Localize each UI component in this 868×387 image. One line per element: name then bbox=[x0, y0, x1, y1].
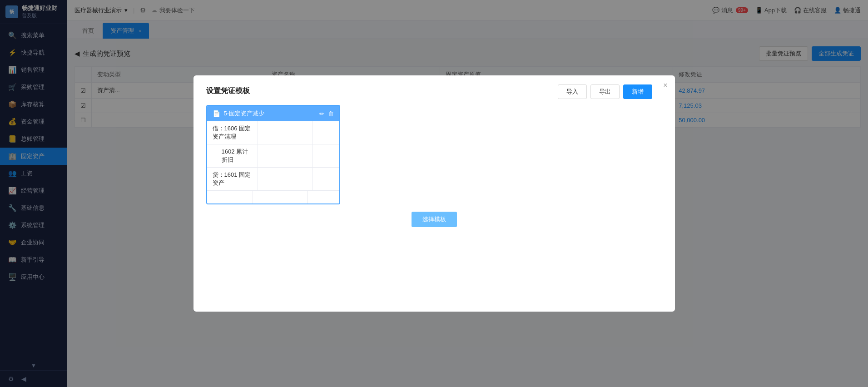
template-row3-col2 bbox=[258, 168, 285, 190]
template-card-icon: 📄 bbox=[213, 110, 220, 117]
new-btn[interactable]: 新增 bbox=[623, 84, 652, 99]
template-delete-icon[interactable]: 🗑 bbox=[328, 110, 334, 117]
template-row4-col3 bbox=[280, 191, 307, 203]
template-row2-col4 bbox=[312, 144, 339, 167]
template-row2-col2 bbox=[258, 144, 285, 167]
set-template-modal: 设置凭证模板 导入 导出 新增 × 📄 5-固定资产减少 ✏ 🗑 借：1606 … bbox=[193, 75, 675, 312]
modal-overlay: 设置凭证模板 导入 导出 新增 × 📄 5-固定资产减少 ✏ 🗑 借：1606 … bbox=[0, 0, 868, 387]
modal-title: 设置凭证模板 bbox=[206, 86, 250, 96]
template-row4-col4 bbox=[307, 191, 334, 203]
template-row-4 bbox=[207, 191, 339, 203]
modal-close-btn[interactable]: × bbox=[663, 82, 667, 89]
template-row-2: 1602 累计折旧 bbox=[207, 144, 339, 168]
export-btn[interactable]: 导出 bbox=[590, 84, 620, 99]
select-template-btn[interactable]: 选择模板 bbox=[412, 212, 457, 227]
template-row3-col3 bbox=[285, 168, 312, 190]
template-row1-label: 借：1606 固定资产清理 bbox=[207, 121, 258, 144]
template-row1-col2 bbox=[258, 121, 285, 144]
template-row-3: 贷：1601 固定资产 bbox=[207, 168, 339, 191]
import-btn[interactable]: 导入 bbox=[558, 84, 587, 99]
template-card-body: 借：1606 固定资产清理 1602 累计折旧 贷：1601 固定资产 bbox=[207, 121, 339, 203]
template-row2-col3 bbox=[285, 144, 312, 167]
template-edit-icon[interactable]: ✏ bbox=[319, 110, 324, 117]
template-card-actions: ✏ 🗑 bbox=[319, 110, 334, 117]
template-card-title: 5-固定资产减少 bbox=[224, 109, 316, 118]
template-card-header: 📄 5-固定资产减少 ✏ 🗑 bbox=[207, 106, 339, 121]
template-row4-col2 bbox=[253, 191, 280, 203]
template-row2-label: 1602 累计折旧 bbox=[207, 144, 258, 167]
template-row1-col4 bbox=[312, 121, 339, 144]
template-row4-label bbox=[207, 191, 253, 203]
template-row1-col3 bbox=[285, 121, 312, 144]
template-card: 📄 5-固定资产减少 ✏ 🗑 借：1606 固定资产清理 1602 累计折旧 bbox=[206, 105, 340, 204]
template-row3-label: 贷：1601 固定资产 bbox=[207, 168, 258, 190]
modal-toolbar: 导入 导出 新增 bbox=[558, 84, 652, 99]
template-row3-col4 bbox=[312, 168, 339, 190]
template-row-1: 借：1606 固定资产清理 bbox=[207, 121, 339, 144]
